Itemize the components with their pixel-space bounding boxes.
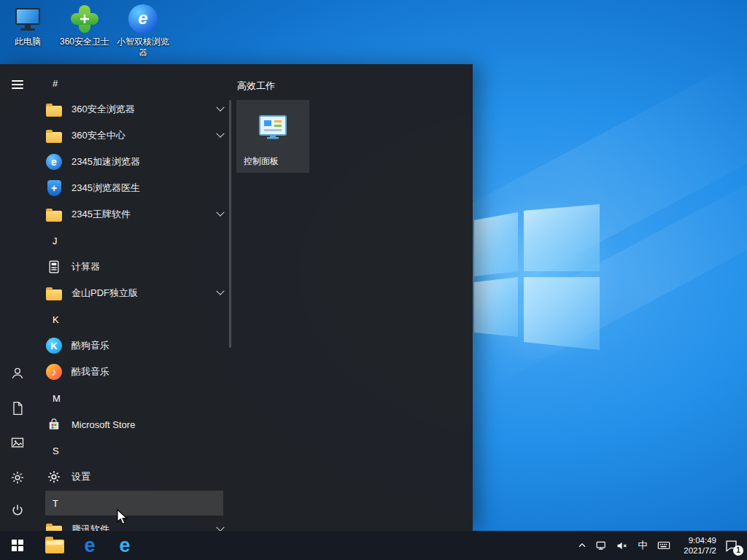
start-app-kingsoft-pdf[interactable]: 金山PDF独立版 (35, 280, 231, 306)
chevron-up-icon (577, 540, 587, 551)
power-icon (10, 503, 25, 518)
user-icon (10, 366, 25, 381)
app-label: 2345浏览器医生 (71, 182, 140, 195)
control-panel-icon (258, 114, 288, 141)
clock-date: 2021/7/2 (678, 545, 716, 556)
pictures-icon (10, 435, 25, 450)
clock-time: 9:04:49 (678, 535, 716, 545)
gear-icon (10, 470, 25, 485)
app-label: 金山PDF独立版 (71, 287, 138, 300)
touch-keyboard-button[interactable] (657, 539, 670, 552)
desktop-icon-label: 小智双核浏览器 (115, 36, 171, 58)
folder-icon (46, 132, 62, 143)
kuwo-icon (46, 364, 62, 380)
start-menu-rail (0, 64, 35, 531)
browser-e-icon (46, 154, 62, 170)
section-header[interactable]: J (35, 228, 231, 254)
start-app-360-browser[interactable]: 360安全浏览器 (35, 96, 231, 122)
section-header[interactable]: M (35, 385, 231, 411)
section-header[interactable]: S (35, 438, 231, 464)
chevron-down-icon[interactable] (216, 130, 224, 138)
keyboard-icon (657, 539, 670, 552)
documents-button[interactable] (0, 394, 35, 423)
start-app-2345-browser[interactable]: 2345加速浏览器 (35, 149, 231, 175)
windows-logo-wallpaper (473, 203, 604, 357)
section-letter: K (53, 314, 59, 325)
document-icon (10, 401, 25, 416)
action-center-button[interactable]: 1 (724, 539, 738, 553)
tile-control-panel[interactable]: 控制面板 (236, 100, 309, 173)
app-label: 360安全浏览器 (71, 103, 135, 116)
app-label: 酷我音乐 (71, 365, 109, 378)
notification-badge: 1 (733, 545, 743, 556)
start-button[interactable] (0, 531, 35, 560)
desktop-icon-this-pc[interactable]: 此电脑 (0, 4, 55, 47)
section-header[interactable]: # (35, 70, 231, 96)
chevron-down-icon[interactable] (216, 104, 224, 112)
desktop-icon-xiaozhi-browser[interactable]: 小智双核浏览器 (115, 4, 171, 58)
desktop-icon-360-safe[interactable]: 360安全卫士 (57, 4, 112, 47)
app-label: 360安全中心 (71, 129, 125, 142)
tile-label: 控制面板 (244, 155, 279, 168)
section-letter: J (53, 236, 58, 246)
section-letter: T (53, 498, 58, 509)
file-explorer-button[interactable] (37, 531, 72, 560)
app-label: Microsoft Store (71, 419, 135, 430)
chevron-down-icon[interactable] (216, 524, 224, 531)
app-label: 计算器 (71, 260, 100, 273)
folder-icon (45, 540, 64, 553)
ime-indicator[interactable]: 中 (636, 539, 649, 552)
desktop-icon-label: 此电脑 (0, 36, 55, 47)
volume-button[interactable] (616, 540, 628, 552)
xiaozhi-browser-icon (128, 4, 158, 34)
chevron-down-icon[interactable] (216, 209, 224, 217)
start-menu-tiles: 高效工作 控制面板 (231, 64, 473, 531)
start-app-tencent-software[interactable]: 腾讯软件 (35, 516, 231, 531)
gear-icon (47, 470, 61, 484)
section-header[interactable]: K (35, 306, 231, 332)
taskbar: e e 中 9:04:49 2021/7/2 1 (0, 531, 747, 560)
folder-icon (46, 211, 62, 222)
network-icon (595, 540, 608, 552)
browser-e-icon: e (84, 536, 95, 556)
system-tray: 中 9:04:49 2021/7/2 1 (577, 531, 747, 560)
hamburger-icon (12, 80, 23, 89)
browser-2345-button[interactable]: e (72, 531, 107, 560)
app-label: 腾讯软件 (71, 523, 109, 531)
power-button[interactable] (0, 496, 35, 525)
store-icon (47, 417, 61, 432)
360-safe-icon (70, 4, 99, 34)
start-app-microsoft-store[interactable]: Microsoft Store (35, 411, 231, 438)
kugou-icon (46, 338, 62, 354)
browser-e-icon: e (119, 536, 130, 556)
start-app-calculator[interactable]: 计算器 (35, 254, 231, 280)
chevron-down-icon[interactable] (216, 287, 224, 295)
speaker-muted-icon (616, 540, 628, 552)
calculator-icon (47, 260, 61, 274)
settings-button[interactable] (0, 463, 35, 492)
browser-360-button[interactable]: e (107, 531, 142, 560)
this-pc-icon (13, 4, 42, 34)
network-button[interactable] (595, 540, 608, 552)
desktop-icon-label: 360安全卫士 (57, 36, 112, 47)
start-app-settings[interactable]: 设置 (35, 464, 231, 490)
start-app-kuwo-music[interactable]: 酷我音乐 (35, 359, 231, 385)
tile-group-title[interactable]: 高效工作 (237, 79, 275, 93)
start-app-2345-suite[interactable]: 2345王牌软件 (35, 201, 231, 228)
folder-icon (46, 106, 62, 117)
tray-overflow-button[interactable] (577, 540, 587, 551)
taskbar-clock[interactable]: 9:04:49 2021/7/2 (678, 535, 716, 556)
app-label: 2345加速浏览器 (71, 155, 140, 168)
section-letter: # (53, 78, 58, 89)
folder-icon (46, 289, 62, 300)
start-app-2345-doctor[interactable]: 2345浏览器医生 (35, 175, 231, 201)
user-account-button[interactable] (0, 359, 35, 388)
shield-icon (47, 180, 61, 196)
start-app-kugou-music[interactable]: 酷狗音乐 (35, 332, 231, 359)
app-label: 酷狗音乐 (71, 339, 109, 352)
menu-expand-button[interactable] (0, 70, 35, 99)
app-label: 2345王牌软件 (71, 208, 131, 221)
pictures-button[interactable] (0, 428, 35, 457)
start-app-360-center[interactable]: 360安全中心 (35, 122, 231, 149)
section-header-highlighted[interactable]: T (45, 491, 223, 516)
